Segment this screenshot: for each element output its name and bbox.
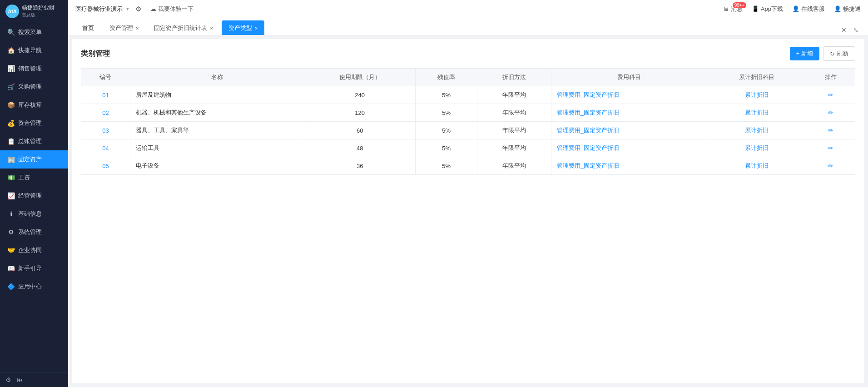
- cell-method-0: 年限平均: [477, 86, 551, 104]
- col-expense: 费用科目: [551, 69, 707, 86]
- edit-icon-2[interactable]: ✏: [828, 127, 833, 134]
- sidebar-label-9: 经营管理: [18, 192, 42, 200]
- tab-close-window[interactable]: ✕: [839, 25, 849, 35]
- cell-code-4: 05: [81, 157, 130, 175]
- tab-depreciation-report[interactable]: 固定资产折旧统计表 ×: [147, 20, 219, 35]
- edit-icon-3[interactable]: ✏: [828, 144, 833, 152]
- cell-code-1: 02: [81, 104, 130, 122]
- sidebar-item-8[interactable]: 💵 工资: [0, 169, 68, 187]
- tab-home[interactable]: 首页: [75, 20, 101, 35]
- message-icon: 🖥: [723, 5, 729, 12]
- col-actions: 操作: [806, 69, 855, 86]
- sidebar-item-5[interactable]: 💰 资金管理: [0, 114, 68, 132]
- sidebar-item-13[interactable]: 📖 新手引导: [0, 259, 68, 278]
- cell-accu-0: 累计折旧: [707, 86, 806, 104]
- cell-rate-1: 5%: [416, 104, 477, 122]
- sidebar-icon-4: 📦: [7, 101, 15, 109]
- tab-asset-management[interactable]: 资产管理 ×: [103, 20, 145, 35]
- col-rate: 残值率: [416, 69, 477, 86]
- sidebar-label-1: 快捷导航: [18, 46, 42, 55]
- refresh-icon: ↻: [830, 50, 835, 57]
- cell-code-2: 03: [81, 122, 130, 139]
- sidebar-label-6: 总账管理: [18, 137, 42, 145]
- sidebar-label-14: 应用中心: [18, 283, 42, 291]
- page-title: 类别管理: [81, 49, 110, 59]
- cell-accu-1: 累计折旧: [707, 104, 806, 122]
- cell-rate-2: 5%: [416, 122, 477, 139]
- refresh-label: 刷新: [837, 50, 848, 58]
- cell-action-2[interactable]: ✏: [806, 122, 855, 139]
- table-row: 03 器具、工具、家具等 60 5% 年限平均 管理费用_固定资产折旧 累计折旧…: [81, 122, 855, 139]
- tab-asset-management-close[interactable]: ×: [136, 25, 139, 31]
- cell-rate-4: 5%: [416, 157, 477, 175]
- tab-asset-type[interactable]: 资产类型 ×: [222, 20, 264, 35]
- sidebar-footer: ⚙ ⏮: [0, 372, 68, 387]
- cell-action-3[interactable]: ✏: [806, 139, 855, 157]
- sidebar-item-4[interactable]: 📦 库存核算: [0, 96, 68, 114]
- cell-period-0: 240: [304, 86, 415, 104]
- sidebar-item-10[interactable]: ℹ 基础信息: [0, 205, 68, 223]
- cell-action-4[interactable]: ✏: [806, 157, 855, 175]
- cell-name-4: 电子设备: [130, 157, 304, 175]
- sidebar-item-14[interactable]: 🔷 应用中心: [0, 278, 68, 296]
- sidebar-icon-8: 💵: [7, 174, 15, 181]
- edit-icon-1[interactable]: ✏: [828, 109, 833, 116]
- sidebar-item-11[interactable]: ⚙ 系统管理: [0, 223, 68, 241]
- tab-depreciation-report-close[interactable]: ×: [210, 25, 213, 31]
- topbar-settings-icon[interactable]: ⚙: [135, 5, 141, 13]
- experience-btn[interactable]: ☁ 我要体验一下: [150, 5, 193, 13]
- col-period: 使用期限（月）: [304, 69, 415, 86]
- cell-action-1[interactable]: ✏: [806, 104, 855, 122]
- cell-action-0[interactable]: ✏: [806, 86, 855, 104]
- sidebar-item-12[interactable]: 🤝 企业协同: [0, 241, 68, 259]
- settings-footer-icon[interactable]: ⚙: [5, 376, 11, 383]
- sidebar-label-8: 工资: [18, 174, 30, 182]
- new-button[interactable]: + 新增: [790, 47, 819, 60]
- sidebar-item-0[interactable]: 🔍 搜索菜单: [0, 23, 68, 41]
- col-method: 折旧方法: [477, 69, 551, 86]
- mobile-icon: 📱: [752, 5, 759, 12]
- sidebar-label-7: 固定资产: [18, 155, 42, 164]
- edit-icon-4[interactable]: ✏: [828, 162, 833, 169]
- edit-icon-0[interactable]: ✏: [828, 91, 833, 99]
- page-header: 类别管理 + 新增 ↻ 刷新: [81, 46, 855, 61]
- company-dropdown-arrow: ▼: [125, 6, 130, 11]
- cell-method-1: 年限平均: [477, 104, 551, 122]
- tab-expand-window[interactable]: ⤡: [851, 25, 861, 35]
- user-menu-btn[interactable]: 👤 畅捷通: [834, 5, 861, 13]
- collapse-icon[interactable]: ⏮: [17, 376, 23, 383]
- messages-btn[interactable]: 🖥 消息 99++: [723, 5, 743, 13]
- online-service-btn[interactable]: 👤 在线客服: [792, 5, 825, 13]
- sidebar-icon-7: 🏢: [7, 156, 15, 163]
- sidebar-logo: AtA 畅捷通好业财 普及版: [0, 0, 68, 23]
- user-name: 畅捷通: [843, 5, 861, 13]
- sidebar-label-4: 库存核算: [18, 101, 42, 109]
- tab-asset-type-label: 资产类型: [228, 24, 252, 32]
- sidebar-icon-2: 📊: [7, 65, 15, 72]
- logo-icon: AtA: [5, 5, 19, 18]
- sidebar-item-1[interactable]: 🏠 快捷导航: [0, 41, 68, 60]
- cell-rate-0: 5%: [416, 86, 477, 104]
- sidebar-item-9[interactable]: 📈 经营管理: [0, 187, 68, 205]
- cell-name-0: 房屋及建筑物: [130, 86, 304, 104]
- table-row: 02 机器、机械和其他生产设备 120 5% 年限平均 管理费用_固定资产折旧 …: [81, 104, 855, 122]
- refresh-button[interactable]: ↻ 刷新: [823, 46, 855, 61]
- header-actions: + 新增 ↻ 刷新: [790, 46, 855, 61]
- sidebar-item-3[interactable]: 🛒 采购管理: [0, 78, 68, 96]
- cell-method-4: 年限平均: [477, 157, 551, 175]
- app-download-btn[interactable]: 📱 App下载: [752, 5, 783, 13]
- cell-period-4: 36: [304, 157, 415, 175]
- company-selector[interactable]: 医疗器械行业演示 ▼: [75, 5, 130, 13]
- sidebar-item-6[interactable]: 📋 总账管理: [0, 132, 68, 150]
- sidebar-item-7[interactable]: 🏢 固定资产: [0, 150, 68, 169]
- sidebar-label-11: 系统管理: [18, 228, 42, 236]
- tab-asset-type-close[interactable]: ×: [255, 25, 258, 31]
- table-row: 05 电子设备 36 5% 年限平均 管理费用_固定资产折旧 累计折旧 ✏: [81, 157, 855, 175]
- cell-expense-3: 管理费用_固定资产折旧: [551, 139, 707, 157]
- sidebar-icon-3: 🛒: [7, 83, 15, 90]
- sidebar-item-2[interactable]: 📊 销售管理: [0, 60, 68, 78]
- service-icon: 👤: [792, 5, 799, 12]
- sidebar-icon-14: 🔷: [7, 283, 15, 290]
- col-accu: 累计折旧科目: [707, 69, 806, 86]
- cell-rate-3: 5%: [416, 139, 477, 157]
